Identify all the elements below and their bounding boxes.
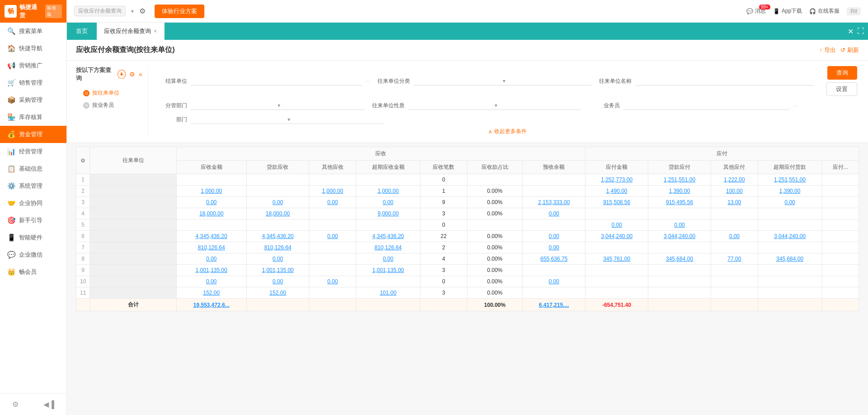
row-ar_prepay[interactable]: 0.00 bbox=[523, 231, 585, 242]
row-ar_loan[interactable]: 0.00 bbox=[246, 276, 309, 287]
row-ar_other[interactable]: 1,000.00 bbox=[309, 186, 356, 197]
export-button[interactable]: ↑ 导出 bbox=[820, 46, 836, 54]
row-ar_overdue[interactable]: 1,000.00 bbox=[356, 186, 420, 197]
row-ap_other[interactable]: 13.00 bbox=[711, 197, 758, 208]
salesman-dots[interactable]: ··· bbox=[793, 103, 797, 109]
filter-arrow-icon[interactable]: « bbox=[139, 71, 142, 78]
sidebar-item-search[interactable]: 🔍 搜索菜单 bbox=[0, 23, 66, 40]
sidebar-item-marketing[interactable]: 📢 营销推广 bbox=[0, 57, 66, 74]
footer-ar-amount[interactable]: 19,553,472,6... bbox=[176, 299, 246, 311]
sidebar-item-enterprise[interactable]: 🤝 企业协同 bbox=[0, 195, 66, 212]
row-ap_loan[interactable]: 1,390.00 bbox=[648, 186, 711, 197]
sidebar-item-purchase[interactable]: 📦 采购管理 bbox=[0, 91, 66, 109]
row-ap_amount[interactable]: 345,761.00 bbox=[585, 253, 648, 265]
partner-nature-dropdown[interactable]: ▾ bbox=[408, 101, 581, 110]
topbar-service[interactable]: 🎧 在线客服 bbox=[809, 7, 840, 15]
row-ar_amount[interactable]: 0.00 bbox=[176, 253, 246, 265]
topbar-app-download[interactable]: 📱 App下载 bbox=[773, 7, 802, 15]
settlement-input[interactable] bbox=[191, 77, 362, 86]
row-ar_loan[interactable]: 810,126.64 bbox=[246, 242, 309, 253]
row-ap_other[interactable]: 1,222.00 bbox=[711, 174, 758, 186]
collapse-button[interactable]: ∧ 收起更多条件 bbox=[156, 126, 859, 137]
row-ar_overdue[interactable]: 0.00 bbox=[356, 197, 420, 208]
row-ap_other[interactable]: 77.00 bbox=[711, 253, 758, 265]
partner-category-dropdown[interactable]: ▾ bbox=[414, 77, 592, 86]
row-ar_amount[interactable]: 810,126.64 bbox=[176, 242, 246, 253]
sidebar-item-member[interactable]: 👑 畅会员 bbox=[0, 263, 66, 281]
row-ar_other[interactable]: 0.00 bbox=[309, 276, 356, 287]
topbar-message[interactable]: 💬 消息 99+ bbox=[746, 7, 766, 15]
row-ar_overdue[interactable]: 0.00 bbox=[356, 253, 420, 265]
row-ap_loan[interactable]: 3,044,240.00 bbox=[648, 231, 711, 242]
row-ar_loan[interactable]: 152.00 bbox=[246, 287, 309, 299]
row-ap_amount[interactable]: 0.00 bbox=[585, 219, 648, 231]
row-ap_loan[interactable]: 345,684.00 bbox=[648, 253, 711, 265]
salesman-input[interactable] bbox=[623, 101, 789, 110]
row-ap_overdue[interactable]: 0.00 bbox=[758, 197, 822, 208]
tab-close-window-icon[interactable]: ✕ bbox=[848, 27, 854, 36]
filter-settings-icon[interactable]: ⚙ bbox=[129, 71, 135, 78]
footer-ar-prepay[interactable]: 6,417,215.... bbox=[523, 299, 585, 311]
sidebar-item-guide[interactable]: 🎯 新手引导 bbox=[0, 212, 66, 229]
row-ar_loan[interactable]: 0.00 bbox=[246, 197, 309, 208]
row-ar_prepay[interactable]: 0.00 bbox=[523, 242, 585, 253]
row-ap_amount[interactable]: 1,252,773.00 bbox=[585, 174, 648, 186]
row-ap_overdue[interactable]: 3,044,240.00 bbox=[758, 231, 822, 242]
row-ap_overdue[interactable]: 345,684.00 bbox=[758, 253, 822, 265]
row-ap_other[interactable]: 100.00 bbox=[711, 186, 758, 197]
sidebar-item-operation[interactable]: 📊 经营管理 bbox=[0, 143, 66, 160]
row-ar_other[interactable]: 0.00 bbox=[309, 231, 356, 242]
sidebar-item-inventory[interactable]: 🏪 库存核算 bbox=[0, 109, 66, 126]
row-ar_amount[interactable]: 0.00 bbox=[176, 276, 246, 287]
row-ar_amount[interactable]: 1,001,135.00 bbox=[176, 265, 246, 276]
topbar-solution-button[interactable]: 体验行业方案 bbox=[155, 5, 204, 18]
query-button[interactable]: 查询 bbox=[827, 66, 857, 80]
row-ap_overdue[interactable]: 1,390.00 bbox=[758, 186, 822, 197]
row-ar_overdue[interactable]: 9,000.00 bbox=[356, 208, 420, 219]
row-ar_overdue[interactable]: 810,126.64 bbox=[356, 242, 420, 253]
row-ar_prepay[interactable]: 2,153,333.00 bbox=[523, 197, 585, 208]
refresh-button[interactable]: ↺ 刷新 bbox=[840, 46, 859, 54]
filter-scheme-item-partner[interactable]: ⊙ 按往来单位 bbox=[80, 88, 142, 98]
topbar-user[interactable]: Rit bbox=[847, 7, 861, 15]
sidebar-item-wechat[interactable]: 💬 企业微信 bbox=[0, 246, 66, 263]
topbar-gear-icon[interactable]: ⚙ bbox=[139, 7, 146, 15]
row-ar_overdue[interactable]: 4,345,436.20 bbox=[356, 231, 420, 242]
topbar-dropdown[interactable]: ▾ bbox=[131, 8, 134, 14]
filter-scheme-item-salesman[interactable]: ⊙ 按业务员 bbox=[80, 100, 142, 110]
tab-fullscreen-icon[interactable]: ⛶ bbox=[857, 27, 864, 35]
partner-name-input[interactable] bbox=[635, 77, 814, 86]
row-ar_overdue[interactable]: 101.00 bbox=[356, 287, 420, 299]
row-ar_amount[interactable]: 152.00 bbox=[176, 287, 246, 299]
row-ap_loan[interactable]: 0.00 bbox=[648, 219, 711, 231]
tab-close-icon[interactable]: × bbox=[154, 28, 157, 34]
filter-add-button[interactable]: + bbox=[118, 70, 126, 79]
row-ar_other[interactable]: 0.00 bbox=[309, 197, 356, 208]
row-ar_loan[interactable]: 18,000.00 bbox=[246, 208, 309, 219]
row-ar_loan[interactable]: 1,001,135.00 bbox=[246, 265, 309, 276]
row-ap_amount[interactable]: 3,044,240.00 bbox=[585, 231, 648, 242]
row-ap_other[interactable]: 0.00 bbox=[711, 231, 758, 242]
row-ar_amount[interactable]: 4,345,436.20 bbox=[176, 231, 246, 242]
sidebar-item-quicknav[interactable]: 🏠 快捷导航 bbox=[0, 40, 66, 57]
row-ar_prepay[interactable]: 0.00 bbox=[523, 276, 585, 287]
row-ap_loan[interactable]: 915,495.56 bbox=[648, 197, 711, 208]
sidebar-item-funds[interactable]: 💰 资金管理 bbox=[0, 126, 66, 143]
table-settings-icon[interactable]: ⚙ bbox=[80, 157, 85, 164]
row-ar_amount[interactable]: 0.00 bbox=[176, 197, 246, 208]
row-ar_prepay[interactable]: 0.00 bbox=[523, 208, 585, 219]
sidebar-item-hardware[interactable]: 📱 智能硬件 bbox=[0, 229, 66, 246]
sidebar-item-sales[interactable]: 🛒 销售管理 bbox=[0, 74, 66, 91]
row-ap_amount[interactable]: 1,490.00 bbox=[585, 186, 648, 197]
th-gear[interactable]: ⚙ bbox=[76, 147, 90, 174]
row-ap_amount[interactable]: 915,508.56 bbox=[585, 197, 648, 208]
row-ap_loan[interactable]: 1,251,551.00 bbox=[648, 174, 711, 186]
sidebar-settings-btn[interactable]: ⚙ bbox=[10, 398, 20, 410]
sidebar-item-system[interactable]: ⚙️ 系统管理 bbox=[0, 177, 66, 195]
row-ar_amount[interactable]: 18,000.00 bbox=[176, 208, 246, 219]
row-ar_amount[interactable]: 1,000.00 bbox=[176, 186, 246, 197]
tab-active[interactable]: 应收应付余额查询 × bbox=[97, 23, 165, 40]
dept-mgr-dropdown[interactable]: ▾ bbox=[191, 101, 365, 110]
settlement-dots[interactable]: ··· bbox=[366, 78, 370, 84]
row-ar_overdue[interactable]: 1,001,135.00 bbox=[356, 265, 420, 276]
